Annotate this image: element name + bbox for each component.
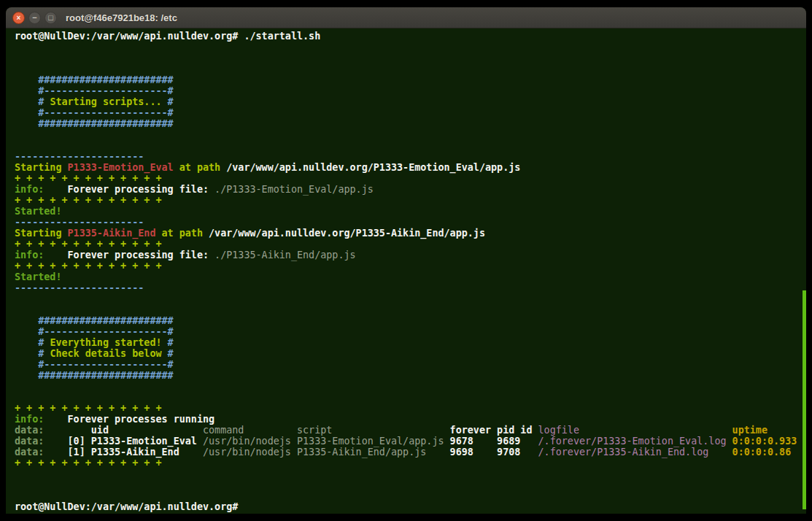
terminal-line: ####################### — [15, 74, 806, 85]
text-run: ---------------------- — [15, 282, 144, 293]
text-run: root@NullDev:/var/www/api.nulldev.org# — [15, 501, 238, 512]
text-run: # — [162, 337, 174, 348]
text-run: ./P1333-Emotion_Eval/app.js — [214, 184, 374, 195]
terminal-line: root@NullDev:/var/www/api.nulldev.org# .… — [15, 31, 806, 42]
text-run: root@NullDev:/var/www/api.nulldev.org# .… — [15, 31, 320, 42]
terminal-line: + + + + + + + + + + + + + — [15, 195, 806, 206]
text-run: Check details below — [50, 348, 161, 359]
text-run: ####################### — [15, 118, 174, 129]
terminal-line: + + + + + + + + + + + + + — [15, 260, 806, 271]
text-run: Started! — [15, 206, 62, 217]
terminal-line: + + + + + + + + + + + + + — [15, 458, 806, 468]
terminal-line — [15, 468, 806, 479]
terminal-line: #---------------------# — [15, 326, 806, 337]
text-run: P1335-Aikin_End — [68, 228, 156, 239]
text-run: # — [162, 348, 174, 359]
window-titlebar[interactable]: × − □ root@f46e7921be18: /etc — [6, 7, 806, 28]
terminal-line: data: uid command script forever pid id … — [15, 425, 806, 436]
terminal-line: ---------------------- — [15, 282, 806, 293]
minimize-icon: − — [32, 13, 36, 22]
terminal-line: data: [1] P1335-Aikin_End /usr/bin/nodej… — [15, 447, 806, 458]
terminal-line — [15, 479, 806, 490]
terminal-line: ####################### — [15, 370, 806, 381]
text-run: info: — [15, 414, 44, 425]
terminal-line: ####################### — [15, 315, 806, 326]
terminal-window: × − □ root@f46e7921be18: /etc root@NullD… — [6, 7, 806, 514]
text-run: + + + + + + + + + + + + + — [15, 173, 162, 184]
text-run: [1] P1335-Aikin_End — [44, 447, 203, 458]
terminal-line — [15, 293, 806, 304]
terminal-output[interactable]: root@NullDev:/var/www/api.nulldev.org# .… — [6, 28, 806, 512]
text-run: /.forever/P1335-Aikin_End.log — [520, 447, 732, 458]
terminal-line: Started! — [15, 271, 806, 282]
terminal-line: ####################### — [15, 118, 806, 129]
text-run: + + + + + + + + + + + + + — [15, 195, 162, 206]
text-run: #---------------------# — [15, 107, 174, 118]
text-run: + + + + + + + + + + + + + — [15, 403, 162, 414]
close-button[interactable]: × — [12, 12, 25, 24]
text-run: P1333-Emotion_Eval — [68, 162, 174, 173]
text-run: Starting scripts... — [50, 96, 161, 107]
text-run: /.forever/P1333-Emotion_Eval.log — [520, 436, 732, 447]
text-run: #---------------------# — [15, 359, 174, 370]
terminal-line — [15, 490, 806, 501]
text-run: /usr/bin/nodejs P1335-Aikin_End/app.js — [203, 447, 450, 458]
text-run: info: — [15, 184, 44, 195]
minimize-button[interactable]: − — [28, 12, 41, 24]
terminal-line: + + + + + + + + + + + + + — [15, 239, 806, 250]
text-run: # — [15, 96, 50, 107]
terminal-line: info: Forever processing file: ./P1335-A… — [15, 250, 806, 260]
terminal-line — [15, 53, 806, 63]
scrollbar-thumb[interactable] — [803, 290, 806, 509]
text-run: ---------------------- — [15, 217, 144, 228]
terminal-line: ---------------------- — [15, 151, 806, 162]
terminal-line — [15, 381, 806, 392]
text-run: data: — [15, 447, 44, 458]
terminal-line — [15, 392, 806, 403]
close-icon: × — [17, 14, 21, 22]
text-run: Forever processes running — [44, 414, 214, 425]
terminal-line — [15, 129, 806, 140]
text-run: 0:0:0:0.933 — [732, 436, 797, 447]
text-run: uptime — [579, 425, 767, 436]
text-run: ---------------------- — [15, 151, 144, 162]
maximize-icon: □ — [48, 13, 53, 22]
terminal-line: + + + + + + + + + + + + + — [15, 173, 806, 184]
text-run: ####################### — [15, 370, 174, 381]
terminal-line — [15, 42, 806, 53]
text-run: logfile — [538, 425, 579, 436]
text-run: /var/www/api.nulldev.org/P1335-Aikin_End… — [209, 228, 485, 239]
terminal-line: #---------------------# — [15, 359, 806, 370]
terminal-line: #---------------------# — [15, 85, 806, 96]
text-run: ./P1335-Aikin_End/app.js — [214, 250, 355, 260]
text-run: Started! — [15, 271, 62, 282]
text-run: data: — [15, 425, 44, 436]
text-run: ####################### — [15, 315, 174, 326]
terminal-line: # Check details below # — [15, 348, 806, 359]
terminal-line: # Starting scripts... # — [15, 96, 806, 107]
terminal-line: Started! — [15, 206, 806, 217]
text-run: Starting — [15, 162, 68, 173]
text-run: ####################### — [15, 74, 174, 85]
text-run: Everything started! — [50, 337, 161, 348]
text-run: info: — [15, 250, 44, 260]
text-run: /usr/bin/nodejs P1333-Emotion_Eval/app.j… — [203, 436, 450, 447]
text-run: at path — [174, 162, 227, 173]
terminal-line: info: Forever processing file: ./P1333-E… — [15, 184, 806, 195]
text-run: # — [15, 348, 50, 359]
maximize-button[interactable]: □ — [45, 12, 57, 24]
terminal-line: data: [0] P1333-Emotion_Eval /usr/bin/no… — [15, 436, 806, 447]
terminal-line: + + + + + + + + + + + + + — [15, 403, 806, 414]
terminal-line: Starting P1333-Emotion_Eval at path /var… — [15, 162, 806, 173]
text-run: # — [162, 96, 174, 107]
text-run: command script — [109, 425, 332, 436]
terminal-line: root@NullDev:/var/www/api.nulldev.org# — [15, 501, 806, 512]
text-run: #---------------------# — [15, 85, 174, 96]
text-run: Starting — [15, 228, 68, 239]
terminal-line — [15, 140, 806, 151]
text-run: at path — [156, 228, 209, 239]
terminal-line — [15, 304, 806, 315]
text-run: # — [15, 337, 50, 348]
terminal-line: info: Forever processes running — [15, 414, 806, 425]
text-run: [0] P1333-Emotion_Eval — [44, 436, 203, 447]
